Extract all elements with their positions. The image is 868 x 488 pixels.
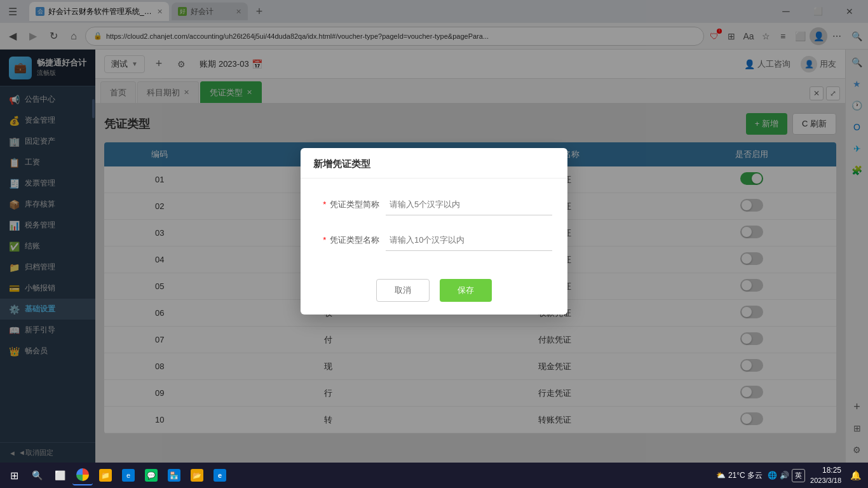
abbr-required-star: * (323, 200, 326, 209)
lang-indicator[interactable]: 英 (792, 469, 805, 482)
modal-header: 新增凭证类型 (301, 148, 567, 179)
taskbar-app-edge2[interactable]: e (210, 465, 230, 485)
taskbar-taskview-btn[interactable]: ⬜ (50, 465, 70, 485)
date-display: 2023/3/18 (810, 476, 841, 485)
taskbar-app-chrome[interactable] (72, 465, 93, 485)
taskbar: ⊞ 🔍 ⬜ 📁 e 💬 🏪 📂 e ⛅ 21°C 多云 🌐 🔊 英 18:25 … (0, 463, 868, 488)
name-required-star: * (323, 235, 326, 245)
form-row-abbr: * 凭证类型简称 (316, 194, 552, 215)
cancel-button[interactable]: 取消 (376, 279, 430, 302)
weather-text: 21°C 多云 (728, 470, 763, 481)
weather-widget[interactable]: ⛅ 21°C 多云 (716, 470, 763, 481)
taskbar-right: ⛅ 21°C 多云 🌐 🔊 英 18:25 2023/3/18 🔔 (716, 465, 864, 485)
clock[interactable]: 18:25 2023/3/18 (810, 465, 841, 485)
save-button[interactable]: 保存 (440, 279, 492, 302)
time-display: 18:25 (810, 465, 841, 476)
taskbar-app-explorer[interactable]: 📁 (95, 465, 116, 485)
taskbar-search-btn[interactable]: 🔍 (27, 465, 47, 485)
chrome-icon (76, 468, 89, 481)
taskbar-app-wechat[interactable]: 💬 (141, 465, 161, 485)
files-icon: 📂 (191, 469, 203, 482)
name-label-text: 凭证类型名称 (330, 235, 379, 245)
modal-body: * 凭证类型简称 * 凭证类型名称 (301, 179, 567, 271)
wechat-icon: 💬 (145, 469, 158, 482)
modal-title: 新增凭证类型 (313, 158, 370, 169)
name-input[interactable] (386, 229, 552, 251)
weather-icon: ⛅ (716, 471, 726, 480)
notification-btn[interactable]: 🔔 (846, 466, 864, 484)
volume-icon[interactable]: 🔊 (780, 471, 789, 480)
network-icon[interactable]: 🌐 (768, 471, 777, 480)
taskbar-app-files[interactable]: 📂 (187, 465, 207, 485)
modal-footer: 取消 保存 (301, 271, 567, 315)
edge2-icon: e (214, 469, 226, 482)
explorer-icon: 📁 (99, 469, 112, 482)
system-tray: 🌐 🔊 英 (768, 469, 805, 482)
edge-icon: e (122, 469, 135, 482)
store-icon: 🏪 (168, 469, 180, 482)
abbr-label-text: 凭证类型简称 (330, 200, 379, 209)
start-btn[interactable]: ⊞ (4, 465, 24, 485)
taskbar-app-edge[interactable]: e (118, 465, 139, 485)
taskbar-app-store[interactable]: 🏪 (164, 465, 184, 485)
form-row-name: * 凭证类型名称 (316, 229, 552, 251)
abbr-input[interactable] (386, 194, 552, 215)
name-label: * 凭证类型名称 (316, 234, 379, 246)
modal: 新增凭证类型 * 凭证类型简称 * 凭证类型名称 取消 保存 (301, 148, 567, 315)
modal-overlay: 新增凭证类型 * 凭证类型简称 * 凭证类型名称 取消 保存 (0, 0, 868, 463)
abbr-label: * 凭证类型简称 (316, 199, 379, 210)
